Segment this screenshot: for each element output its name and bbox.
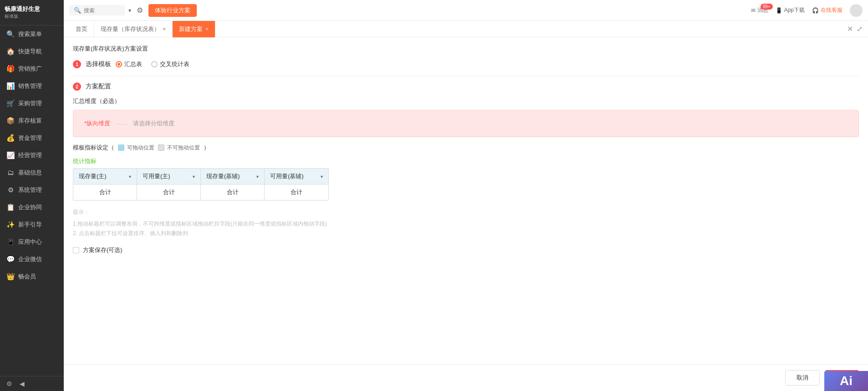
wechat-icon: 💬 [6, 255, 15, 263]
ai-badge[interactable]: Ai [824, 371, 868, 391]
tab-close-new-plan[interactable]: × [205, 26, 209, 32]
sidebar-label-inventory: 库存核算 [18, 117, 42, 125]
col-chevron-icon[interactable]: ▾ [256, 174, 259, 179]
fixed-legend-box [158, 144, 164, 151]
stats-label: 统计指标 [73, 157, 859, 165]
sidebar-label-search: 搜索菜单 [18, 30, 42, 38]
system-icon: ⚙ [6, 186, 15, 194]
section-config: 2 方案配置 汇总维度（必选） *纵向维度 —— 请选择分组维度 模板指标设定（ [73, 82, 859, 239]
divider1 [73, 76, 859, 76]
step2-title: 方案配置 [86, 82, 111, 91]
radio-dot-cross [151, 61, 158, 67]
sidebar-item-operations[interactable]: 📈经营管理 [0, 147, 64, 164]
trial-button[interactable]: 体验行业方案 [148, 4, 197, 17]
col-chevron-icon[interactable]: ▾ [129, 174, 131, 179]
save-option: 方案保存(可选) [73, 246, 859, 254]
sidebar-item-appstore[interactable]: 📱应用中心 [0, 233, 64, 251]
settings-icon[interactable]: ⚙ [6, 380, 12, 387]
topbar-dropdown[interactable]: ▾ [128, 7, 131, 14]
dimension-placeholder: 请选择分组维度 [133, 119, 174, 128]
indicator-settings: 模板指标设定（ 可拖动位置 不可拖动位置 ） [73, 144, 859, 152]
stats-col-header[interactable]: 可用量(主)▾ [137, 169, 200, 185]
stats-column: 现存量(基辅)▾合计 [201, 169, 265, 200]
cancel-button[interactable]: 取消 [785, 370, 820, 386]
sidebar-bottom: ⚙ ◀ [0, 376, 64, 391]
stats-col-header[interactable]: 现存量(基辅)▾ [201, 169, 264, 185]
col-chevron-icon[interactable]: ▾ [321, 174, 323, 179]
sidebar-label-shortcut: 快捷导航 [18, 47, 42, 56]
tab-close-inventory[interactable]: × [163, 26, 166, 32]
sidebar-item-shortcut[interactable]: 🏠快捷导航 [0, 43, 64, 60]
avatar[interactable] [850, 4, 863, 17]
tab-inventory-status[interactable]: 现存量（库存状况表） × [94, 21, 173, 37]
sidebar-item-inventory[interactable]: 📦库存核算 [0, 112, 64, 129]
radio-dot-summary [116, 61, 122, 67]
sidebar: 畅康通好生意 标准版 🔍搜索菜单🏠快捷导航🎁营销推广📊销售管理🛒采购管理📦库存核… [0, 0, 64, 391]
sidebar-item-basic[interactable]: 🗂基础信息 [0, 164, 64, 181]
dimension-dash: —— [116, 120, 128, 127]
sales-icon: 📊 [6, 82, 15, 90]
stats-col-header[interactable]: 可用量(基辅)▾ [265, 169, 328, 185]
search-input[interactable] [84, 7, 120, 14]
section1-header: 1 选择模板 汇总表 交叉统计表 [73, 60, 859, 68]
shortcut-icon: 🏠 [6, 47, 15, 56]
app-download-button[interactable]: 📱 App下载 [776, 6, 805, 14]
basic-icon: 🗂 [6, 169, 15, 177]
topbar: 🔍 ▾ ⚙ 体验行业方案 ✉ 消息 99+ 📱 App下载 🎧 在线客服 [64, 0, 868, 21]
stats-col-cell: 合计 [137, 185, 200, 200]
tip1: 1.拖动标题栏可以调整布局，不可跨维度或指标区域拖动栏目字段(只能在同一维度或指… [73, 219, 859, 229]
tab-home[interactable]: 首页 [69, 21, 94, 37]
sidebar-item-contract[interactable]: 📋企业协同 [0, 199, 64, 216]
message-button[interactable]: ✉ 消息 99+ [751, 6, 768, 14]
inventory-icon: 📦 [6, 117, 15, 125]
sidebar-item-system[interactable]: ⚙系统管理 [0, 181, 64, 199]
appstore-icon: 📱 [6, 238, 15, 246]
radio-summary-table[interactable]: 汇总表 [116, 60, 142, 68]
sidebar-item-search[interactable]: 🔍搜索菜单 [0, 26, 64, 43]
close-window-icon[interactable]: ✕ [847, 25, 853, 33]
sidebar-label-basic: 基础信息 [18, 169, 42, 177]
tip2: 2. 点击标题栏下拉可设置排序、插入列和删除列 [73, 229, 859, 239]
stats-table-cells: 现存量(主)▾合计可用量(主)▾合计现存量(基辅)▾合计可用量(基辅)▾合计 [73, 169, 328, 200]
search-icon: 🔍 [74, 7, 81, 14]
sidebar-item-member[interactable]: 👑畅会员 [0, 268, 64, 285]
radio-cross-table[interactable]: 交叉统计表 [151, 60, 189, 68]
topbar-right: ✉ 消息 99+ 📱 App下载 🎧 在线客服 [751, 4, 863, 17]
stats-column: 现存量(主)▾合计 [73, 169, 137, 200]
sidebar-label-purchase: 采购管理 [18, 99, 42, 108]
app-edition: 标准版 [5, 13, 59, 20]
panel-title: 现存量(库存状况表)方案设置 [73, 45, 859, 53]
movable-legend-box [118, 144, 124, 151]
tips: 提示： 1.拖动标题栏可以调整布局，不可跨维度或指标区域拖动栏目字段(只能在同一… [73, 207, 859, 239]
dimension-box: *纵向维度 —— 请选择分组维度 [73, 110, 859, 137]
expand-window-icon[interactable]: ⤢ [857, 25, 863, 33]
step1-title: 选择模板 [86, 60, 111, 68]
search-box[interactable]: 🔍 [69, 5, 125, 15]
sidebar-item-marketing[interactable]: 🎁营销推广 [0, 60, 64, 77]
stats-col-header[interactable]: 现存量(主)▾ [73, 169, 137, 185]
dimension-label: 汇总维度（必选） [73, 97, 859, 105]
save-checkbox[interactable] [73, 247, 79, 253]
sidebar-item-newbie[interactable]: ✨新手引导 [0, 216, 64, 233]
stats-column: 可用量(主)▾合计 [137, 169, 201, 200]
sidebar-label-appstore: 应用中心 [18, 238, 42, 246]
stats-table: 现存量(主)▾合计可用量(主)▾合计现存量(基辅)▾合计可用量(基辅)▾合计 [73, 168, 329, 201]
sidebar-item-wechat[interactable]: 💬企业微信 [0, 251, 64, 268]
tab-bar: 首页 现存量（库存状况表） × 新建方案 × ✕ ⤢ [64, 21, 868, 37]
sidebar-label-finance: 资金管理 [18, 134, 42, 142]
sidebar-item-finance[interactable]: 💰资金管理 [0, 129, 64, 147]
section-template: 1 选择模板 汇总表 交叉统计表 [73, 60, 859, 68]
sidebar-label-wechat: 企业微信 [18, 255, 42, 263]
col-chevron-icon[interactable]: ▾ [193, 174, 195, 179]
sidebar-item-purchase[interactable]: 🛒采购管理 [0, 95, 64, 112]
gear-icon[interactable]: ⚙ [135, 6, 145, 15]
stats-col-cell: 合计 [201, 185, 264, 200]
collapse-icon[interactable]: ◀ [20, 380, 25, 387]
sidebar-item-sales[interactable]: 📊销售管理 [0, 77, 64, 95]
tab-new-plan[interactable]: 新建方案 × [173, 21, 215, 37]
main-area: 🔍 ▾ ⚙ 体验行业方案 ✉ 消息 99+ 📱 App下载 🎧 在线客服 [64, 0, 868, 391]
online-service-button[interactable]: 🎧 在线客服 [812, 6, 842, 14]
sidebar-label-system: 系统管理 [18, 186, 42, 194]
marketing-icon: 🎁 [6, 65, 15, 73]
indicator-settings-label: 模板指标设定（ 可拖动位置 不可拖动位置 ） [73, 144, 859, 152]
